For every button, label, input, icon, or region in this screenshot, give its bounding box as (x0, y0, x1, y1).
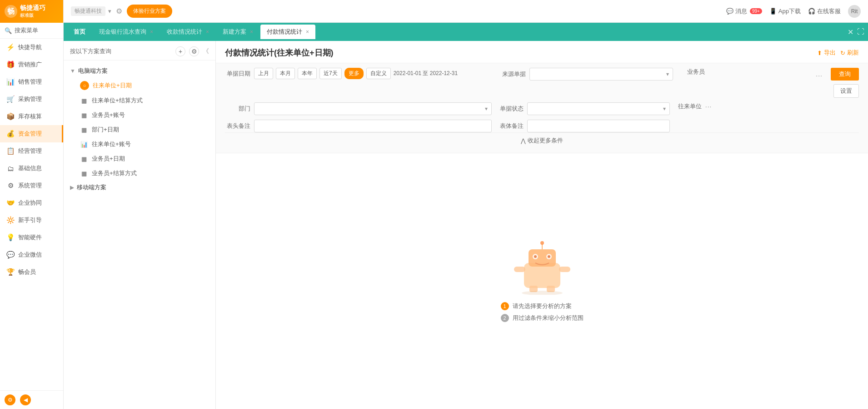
sales-icon: 📊 (6, 78, 15, 86)
counterpart-select-dots[interactable]: ··· (705, 103, 712, 110)
filter-item-table-head-note: 表头备注 (225, 120, 492, 132)
date-btn-this-year[interactable]: 本年 (298, 68, 317, 79)
table-body-note-label: 表体备注 (492, 122, 524, 130)
date-btn-more[interactable]: 更多 (344, 68, 364, 79)
scheme-item-dept-date[interactable]: ▦ 部门+日期 (64, 122, 215, 137)
trial-btn[interactable]: 体验行业方案 (127, 5, 172, 18)
search-icon: 🔍 (5, 27, 12, 34)
date-btn-custom[interactable]: 自定义 (366, 68, 391, 79)
tab-new-scheme-close[interactable]: × (250, 29, 253, 35)
topbar-settings-icon[interactable]: ⚙ (116, 7, 122, 15)
app-download-btn[interactable]: 📱 App下载 (769, 7, 801, 15)
message-icon: 💬 (726, 8, 733, 15)
brand-chevron-icon[interactable]: ▾ (108, 8, 111, 15)
scheme-item-peer-settle[interactable]: ▦ 往来单位+结算方式 (64, 93, 215, 108)
voucher-status-select[interactable]: ▾ (527, 102, 670, 115)
tip-1-text: 请先选择要分析的方案 (513, 302, 572, 310)
quick-nav-icon: ⚡ (6, 43, 15, 51)
tab-cash-flow[interactable]: 现金银行流水查询 × (93, 25, 160, 39)
top-bar-right: 💬 消息 99+ 📱 App下载 🎧 在线客服 Rit (726, 5, 861, 18)
sidebar-item-ops[interactable]: 📋 经营管理 (0, 142, 63, 160)
staff-select-dots[interactable]: ··· (816, 72, 823, 79)
staff-label: 业务员 (673, 68, 705, 76)
sidebar-item-finance[interactable]: 💰 资金管理 (0, 125, 63, 142)
sidebar-item-marketing[interactable]: 🎁 营销推广 (0, 56, 63, 73)
source-select[interactable]: ▾ (529, 68, 673, 81)
refresh-btn[interactable]: ↻ 刷新 (840, 49, 859, 57)
scheme-item-staff-account[interactable]: ▦ 业务员+账号 (64, 108, 215, 122)
sidebar-item-member[interactable]: 🏆 畅会员 (0, 263, 63, 281)
app-name: 畅捷通科技 (71, 6, 105, 16)
tab-pay-stats-close[interactable]: × (306, 29, 309, 35)
sidebar-item-purchase[interactable]: 🛒 采购管理 (0, 91, 63, 108)
ops-icon: 📋 (6, 147, 15, 155)
table-body-note-input[interactable] (527, 120, 670, 132)
scheme-item-label: 业务员+账号 (92, 111, 125, 119)
mobile-group-label: 移动端方案 (77, 183, 106, 192)
tab-expand-icon[interactable]: ⛶ (857, 28, 864, 36)
svg-point-4 (534, 255, 537, 258)
export-btn[interactable]: ⬆ 导出 (817, 49, 836, 57)
scheme-settings-btn[interactable]: ⚙ (189, 46, 199, 56)
tab-collect-stats[interactable]: 收款情况统计 × (160, 25, 215, 39)
filter-settings-btn[interactable]: 设置 (833, 84, 859, 98)
empty-illustration (510, 240, 574, 295)
scheme-collapse-btn[interactable]: 《 (203, 47, 209, 56)
sidebar-item-inventory[interactable]: 📦 库存核算 (0, 108, 63, 125)
scheme-desktop-group-header[interactable]: ▼ 电脑端方案 (64, 64, 215, 78)
settings-footer-btn[interactable]: ⚙ (5, 394, 15, 405)
tab-collect-stats-close[interactable]: × (206, 29, 209, 35)
messages-btn[interactable]: 💬 消息 99+ (726, 7, 762, 15)
sidebar-item-guide[interactable]: 🔆 新手引导 (0, 212, 63, 229)
collapse-more-btn[interactable]: ⋀ 收起更多条件 (225, 132, 859, 148)
date-btn-this-month[interactable]: 本月 (276, 68, 295, 79)
table-head-note-label: 表头备注 (225, 122, 250, 130)
sidebar-item-hardware[interactable]: 💡 智能硬件 (0, 229, 63, 246)
tab-home[interactable]: 首页 (67, 25, 92, 39)
tab-close-all-icon[interactable]: ✕ (848, 28, 853, 36)
sidebar-item-quick-nav[interactable]: ⚡ 快捷导航 (0, 39, 63, 56)
sidebar-item-sales[interactable]: 📊 销售管理 (0, 73, 63, 91)
user-avatar[interactable]: Rit (848, 5, 861, 18)
sidebar-item-system[interactable]: ⚙ 系统管理 (0, 177, 63, 194)
svg-rect-1 (529, 249, 556, 267)
svg-rect-7 (559, 267, 570, 272)
scheme-panel-title: 按以下方案查询 (70, 47, 111, 56)
scheme-item-staff-settle[interactable]: ▦ 业务员+结算方式 (64, 166, 215, 181)
date-btn-last-7days[interactable]: 近7天 (319, 68, 342, 79)
filter-item-voucher-status: 单据状态 ▾ (492, 102, 670, 115)
sidebar-item-label: 库存核算 (18, 112, 42, 121)
tab-new-scheme[interactable]: 新建方案 × (216, 25, 259, 39)
filter-item-dept: 部门 ▾ (225, 102, 492, 115)
sidebar-item-corp[interactable]: 🤝 企业协同 (0, 194, 63, 212)
sidebar-item-basics[interactable]: 🗂 基础信息 (0, 160, 63, 177)
scheme-item-peer-date[interactable]: ○ 往来单位+日期 (64, 78, 215, 93)
table-head-note-input[interactable] (254, 120, 492, 132)
service-icon: 🎧 (808, 8, 815, 15)
query-btn[interactable]: 查询 (831, 68, 859, 81)
scheme-item-peer-account[interactable]: 📊 往来单位+账号 (64, 137, 215, 151)
empty-tips: 1 请先选择要分析的方案 2 用过滤条件来缩小分析范围 (501, 302, 584, 322)
scheme-item-label: 业务员+日期 (92, 155, 125, 163)
date-btn-last-month[interactable]: 上月 (254, 68, 273, 79)
online-service-btn[interactable]: 🎧 在线客服 (808, 7, 841, 15)
search-menu[interactable]: 🔍 搜索菜单 (0, 23, 63, 39)
sidebar: 畅 畅捷通巧 标准版 🔍 搜索菜单 ⚡ 快捷导航 🎁 营销推广 📊 销售管理 (0, 0, 64, 409)
tab-cash-flow-close[interactable]: × (150, 29, 153, 35)
scheme-mobile-group-header[interactable]: ▶ 移动端方案 (64, 181, 215, 194)
sidebar-item-label: 采购管理 (18, 95, 42, 103)
empty-tip-2: 2 用过滤条件来缩小分析范围 (501, 314, 584, 322)
online-service-label: 在线客服 (817, 7, 841, 15)
scheme-item-staff-date[interactable]: ▦ 业务员+日期 (64, 151, 215, 166)
hardware-icon: 💡 (6, 233, 15, 242)
collapse-sidebar-btn[interactable]: ◀ (20, 394, 31, 405)
scheme-add-btn[interactable]: + (175, 46, 185, 56)
sidebar-item-wechat[interactable]: 💬 企业微信 (0, 246, 63, 263)
desktop-group-chevron-icon: ▼ (70, 68, 75, 74)
filter-item-staff: 业务员 ··· (673, 68, 823, 76)
dept-select[interactable]: ▾ (254, 102, 492, 115)
scheme-item-label: 往来单位+结算方式 (92, 96, 143, 105)
tab-pay-stats[interactable]: 付款情况统计 × (260, 25, 315, 39)
empty-state: 1 请先选择要分析的方案 2 用过滤条件来缩小分析范围 (216, 153, 868, 409)
sidebar-item-label: 系统管理 (18, 182, 42, 190)
